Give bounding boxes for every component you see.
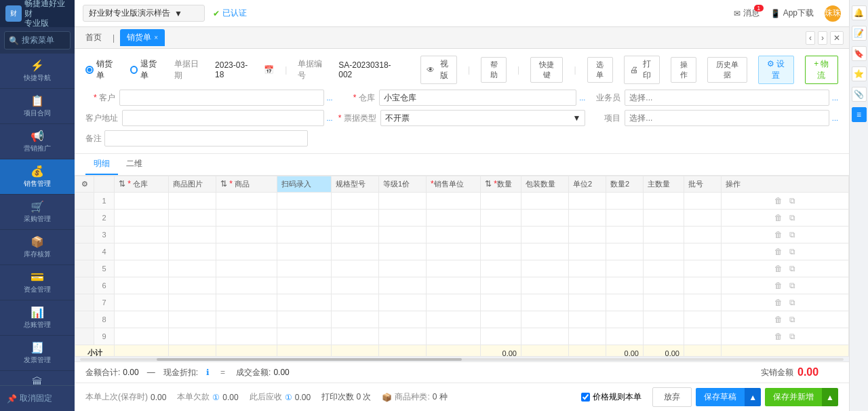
- row-delete-6[interactable]: 🗑: [772, 280, 785, 291]
- right-panel-btn-1[interactable]: 🔔: [852, 5, 867, 20]
- row-qty-1[interactable]: [481, 193, 521, 210]
- row-barcode-8[interactable]: [277, 311, 332, 328]
- receivable-info-icon[interactable]: ①: [285, 393, 292, 402]
- sidebar-item-funds[interactable]: 💳 资金管理: [0, 265, 75, 300]
- settings-button[interactable]: ⚙ 设置: [758, 56, 794, 84]
- row-barcode-9[interactable]: [277, 328, 332, 345]
- calendar-icon[interactable]: 📅: [264, 65, 274, 75]
- app-download-button[interactable]: 📱 App下载: [770, 7, 814, 19]
- row-copy-5[interactable]: ⧉: [787, 263, 797, 274]
- col-product[interactable]: ⇅ * 商品: [216, 176, 277, 193]
- radio-return[interactable]: 退货单: [130, 58, 164, 81]
- history-button[interactable]: 历史单据: [707, 57, 747, 83]
- row-qty-5[interactable]: [481, 260, 521, 277]
- user-avatar[interactable]: 珠珠: [825, 5, 841, 22]
- row-qty-9[interactable]: [481, 328, 521, 345]
- project-input[interactable]: [625, 110, 829, 126]
- row-product-6[interactable]: [216, 277, 277, 294]
- row-barcode-7[interactable]: [277, 294, 332, 311]
- right-panel-btn-4[interactable]: ⭐: [852, 66, 867, 81]
- row-warehouse-7[interactable]: [115, 294, 169, 311]
- add-logistics-button[interactable]: + 物流: [805, 56, 838, 84]
- sidebar-item-inventory[interactable]: 📦 库存核算: [0, 230, 75, 265]
- tab-home[interactable]: 首页: [80, 29, 107, 46]
- row-warehouse-4[interactable]: [115, 243, 169, 260]
- row-copy-4[interactable]: ⧉: [787, 246, 797, 257]
- row-copy-3[interactable]: ⧉: [787, 229, 797, 240]
- save-new-arrow-button[interactable]: ▲: [822, 388, 838, 406]
- row-warehouse-3[interactable]: [115, 227, 169, 243]
- warehouse-ellipsis[interactable]: ...: [579, 94, 585, 102]
- operate-button[interactable]: 操作: [671, 57, 696, 83]
- row-delete-2[interactable]: 🗑: [772, 212, 785, 223]
- unpin-button[interactable]: 📌 取消固定: [4, 390, 71, 407]
- salesperson-ellipsis[interactable]: ...: [832, 94, 838, 102]
- row-barcode-1[interactable]: [277, 193, 332, 210]
- row-copy-6[interactable]: ⧉: [787, 280, 797, 291]
- row-copy-1[interactable]: ⧉: [787, 195, 797, 206]
- radio-sales[interactable]: 销货单: [85, 58, 119, 81]
- row-qty-6[interactable]: [481, 277, 521, 294]
- tab-2d[interactable]: 二维: [118, 154, 151, 175]
- salesperson-input[interactable]: [625, 90, 829, 106]
- address-ellipsis[interactable]: ...: [327, 114, 333, 122]
- row-delete-9[interactable]: 🗑: [772, 331, 785, 342]
- sidebar-item-quick[interactable]: ⚡ 快捷导航: [0, 54, 75, 89]
- save-draft-button[interactable]: 保存草稿: [696, 388, 745, 406]
- col-warehouse[interactable]: ⇅ * 仓库: [115, 176, 169, 193]
- row-product-9[interactable]: [216, 328, 277, 345]
- row-product-1[interactable]: [216, 193, 277, 210]
- tab-close-all-button[interactable]: ✕: [830, 31, 844, 45]
- row-warehouse-9[interactable]: [115, 328, 169, 345]
- search-menu-button[interactable]: 🔍 搜索菜单: [4, 31, 71, 50]
- row-delete-5[interactable]: 🗑: [772, 263, 785, 274]
- row-delete-4[interactable]: 🗑: [772, 246, 785, 257]
- sidebar-item-sales[interactable]: 💰 销售管理: [0, 159, 75, 195]
- col-barcode[interactable]: 扫码录入: [277, 176, 332, 193]
- sidebar-item-tax[interactable]: 🏛 税务管理: [0, 371, 75, 385]
- sidebar-item-marketing[interactable]: 📢 营销推广: [0, 124, 75, 159]
- row-qty-2[interactable]: [481, 210, 521, 227]
- row-barcode-3[interactable]: [277, 227, 332, 243]
- address-input[interactable]: [122, 110, 324, 126]
- sidebar-item-project[interactable]: 📋 项目合同: [0, 89, 75, 124]
- tab-sales-order[interactable]: 销货单 ×: [120, 29, 165, 46]
- row-product-4[interactable]: [216, 243, 277, 260]
- tab-next-button[interactable]: ›: [818, 31, 827, 45]
- row-copy-9[interactable]: ⧉: [787, 331, 797, 342]
- view-button[interactable]: 👁 视版: [420, 56, 457, 84]
- price-rule-check[interactable]: [581, 393, 590, 402]
- right-panel-btn-6[interactable]: ≡: [852, 107, 867, 122]
- sidebar-item-invoice[interactable]: 🧾 发票管理: [0, 336, 75, 371]
- tab-close-icon[interactable]: ×: [154, 34, 158, 41]
- row-product-2[interactable]: [216, 210, 277, 227]
- note-input[interactable]: [104, 130, 308, 146]
- row-warehouse-1[interactable]: [115, 193, 169, 210]
- abandon-button[interactable]: 放弃: [652, 387, 692, 407]
- row-delete-3[interactable]: 🗑: [772, 229, 785, 240]
- row-copy-7[interactable]: ⧉: [787, 297, 797, 308]
- row-qty-4[interactable]: [481, 243, 521, 260]
- table-wrapper[interactable]: ⚙ ⇅ * 仓库 商品图片 ⇅ * 商品 扫码录入 规格型号 等级1价 *销售单…: [75, 176, 849, 356]
- print-button[interactable]: 🖨 打印: [624, 56, 660, 84]
- right-panel-btn-3[interactable]: 🔖: [852, 46, 867, 61]
- tab-detail[interactable]: 明细: [85, 154, 118, 175]
- row-warehouse-6[interactable]: [115, 277, 169, 294]
- debt-info-icon[interactable]: ①: [212, 393, 220, 402]
- right-panel-btn-2[interactable]: 📝: [852, 26, 867, 41]
- row-product-3[interactable]: [216, 227, 277, 243]
- message-button[interactable]: ✉ 1 消息: [734, 7, 760, 19]
- price-rule-checkbox[interactable]: 价格规则本单: [581, 391, 642, 403]
- help-button[interactable]: 帮助: [481, 57, 507, 83]
- invoice-select[interactable]: 不开票 ▼: [380, 110, 586, 126]
- select-button[interactable]: 选单: [587, 57, 613, 83]
- row-warehouse-5[interactable]: [115, 260, 169, 277]
- row-barcode-5[interactable]: [277, 260, 332, 277]
- right-panel-btn-5[interactable]: 📎: [852, 87, 867, 102]
- row-copy-8[interactable]: ⧉: [787, 314, 797, 325]
- sidebar-item-accounting[interactable]: 📊 总账管理: [0, 300, 75, 336]
- row-copy-2[interactable]: ⧉: [787, 212, 797, 223]
- row-warehouse-2[interactable]: [115, 210, 169, 227]
- row-barcode-2[interactable]: [277, 210, 332, 227]
- row-delete-7[interactable]: 🗑: [772, 297, 785, 308]
